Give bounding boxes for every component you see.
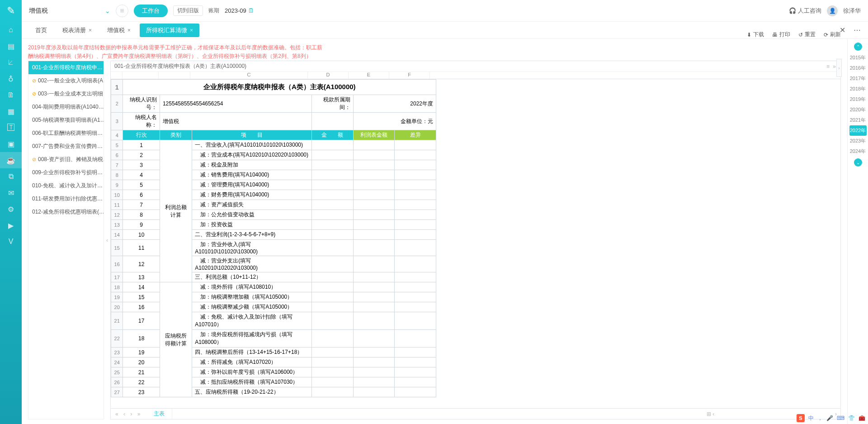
pl-amount-cell[interactable]	[353, 240, 395, 256]
print-button[interactable]: 🖶 打印	[772, 31, 790, 38]
amount-cell[interactable]	[312, 190, 354, 200]
ime-mic-icon[interactable]: 🎤	[826, 415, 833, 421]
diff-cell[interactable]	[395, 357, 436, 367]
year-2018年[interactable]: 2018年	[849, 84, 867, 94]
pl-amount-cell[interactable]	[353, 190, 395, 200]
nav-calendar-icon[interactable]: ▣	[0, 136, 22, 152]
year-2017年[interactable]: 2017年	[849, 73, 867, 84]
amount-cell[interactable]	[312, 348, 354, 357]
pl-amount-cell[interactable]	[353, 302, 395, 312]
diff-cell[interactable]	[395, 200, 436, 210]
nav-home-icon[interactable]: ⌂	[0, 22, 22, 38]
diff-cell[interactable]	[395, 387, 436, 397]
nav-v-icon[interactable]: V	[0, 233, 22, 250]
diff-cell[interactable]	[395, 220, 436, 230]
amount-cell[interactable]	[312, 377, 354, 387]
ime-punct-icon[interactable]: ，	[817, 414, 823, 422]
diff-cell[interactable]	[395, 330, 436, 348]
form-item[interactable]: 006-职工薪酬纳税调整明细…	[28, 127, 104, 140]
nav-ledger-icon[interactable]: ▤	[0, 38, 22, 54]
switch-old-version[interactable]: 切到旧版	[173, 5, 203, 16]
collapse-forms-handle[interactable]: ‹	[104, 61, 110, 419]
year-2023年[interactable]: 2023年	[849, 136, 867, 146]
pl-amount-cell[interactable]	[353, 348, 395, 357]
diff-cell[interactable]	[395, 230, 436, 240]
workbench-button[interactable]: 工作台	[134, 5, 168, 17]
pl-amount-cell[interactable]	[353, 377, 395, 387]
pl-amount-cell[interactable]	[353, 150, 395, 160]
tab-税表清册[interactable]: 税表清册×	[56, 24, 98, 37]
form-item[interactable]: 010-免税、减计收入及加计…	[28, 179, 104, 192]
close-icon[interactable]: ×	[127, 27, 131, 33]
amount-cell[interactable]	[312, 302, 354, 312]
pl-amount-cell[interactable]	[353, 387, 395, 397]
amount-cell[interactable]	[312, 367, 354, 377]
amount-cell[interactable]	[312, 256, 354, 272]
pl-amount-cell[interactable]	[353, 282, 395, 292]
amount-cell[interactable]	[312, 230, 354, 240]
pl-amount-cell[interactable]	[353, 312, 395, 330]
pl-amount-cell[interactable]	[353, 357, 395, 367]
nav-grid-icon[interactable]: ▦	[0, 103, 22, 119]
diff-cell[interactable]	[395, 348, 436, 357]
nav-archive-icon[interactable]: ⧉	[0, 168, 22, 185]
pl-amount-cell[interactable]	[353, 272, 395, 282]
diff-cell[interactable]	[395, 190, 436, 200]
pl-amount-cell[interactable]	[353, 367, 395, 377]
amount-cell[interactable]	[312, 170, 354, 180]
tab-增值税[interactable]: 增值税×	[101, 24, 137, 37]
pl-amount-cell[interactable]	[353, 220, 395, 230]
ime-skin-icon[interactable]: 👕	[848, 415, 855, 421]
sheet-nav-arrows[interactable]: « ‹ › »	[111, 411, 146, 417]
list-button[interactable]: ≡	[116, 5, 128, 17]
diff-cell[interactable]	[395, 272, 436, 282]
close-icon[interactable]: ×	[190, 27, 193, 33]
pl-amount-cell[interactable]	[353, 256, 395, 272]
reset-button[interactable]: ↺ 重置	[798, 31, 816, 38]
form-item[interactable]: 005-纳税调整项目明细表(A1…	[28, 114, 104, 127]
diff-cell[interactable]	[395, 240, 436, 256]
expand-right-handle[interactable]: ›	[836, 59, 842, 77]
nav-report-icon[interactable]: ⟀	[0, 54, 22, 71]
amount-cell[interactable]	[312, 180, 354, 190]
diff-cell[interactable]	[395, 210, 436, 220]
ime-toolbox-icon[interactable]: 🧰	[859, 415, 865, 421]
amount-cell[interactable]	[312, 387, 354, 397]
year-2016年[interactable]: 2016年	[849, 63, 867, 73]
diff-cell[interactable]	[395, 140, 436, 150]
year-2024年[interactable]: 2024年	[849, 146, 867, 157]
year-scroll-up[interactable]: ⌃	[854, 43, 862, 51]
nav-video-icon[interactable]: ▶	[0, 217, 22, 233]
sheet-menu-icon[interactable]: ≡ »	[826, 63, 837, 70]
amount-cell[interactable]	[312, 220, 354, 230]
sheet-tab-main[interactable]: 主表	[146, 409, 172, 419]
form-item[interactable]: 002-一般企业收入明细表(A1…	[28, 74, 104, 87]
amount-cell[interactable]	[312, 210, 354, 220]
amount-cell[interactable]	[312, 312, 354, 330]
tab-首页[interactable]: 首页	[29, 24, 53, 37]
amount-cell[interactable]	[312, 292, 354, 302]
amount-cell[interactable]	[312, 200, 354, 210]
diff-cell[interactable]	[395, 160, 436, 170]
diff-cell[interactable]	[395, 302, 436, 312]
amount-cell[interactable]	[312, 240, 354, 256]
amount-cell[interactable]	[312, 330, 354, 348]
pl-amount-cell[interactable]	[353, 160, 395, 170]
nav-funds-icon[interactable]: ♁	[0, 71, 22, 87]
amount-cell[interactable]	[312, 282, 354, 292]
ime-logo[interactable]: S	[797, 414, 805, 422]
nav-template-icon[interactable]: 🅃	[0, 119, 22, 136]
form-item[interactable]: 001-企业所得税年度纳税申…	[28, 61, 104, 74]
diff-cell[interactable]	[395, 180, 436, 190]
diff-cell[interactable]	[395, 292, 436, 302]
pl-amount-cell[interactable]	[353, 170, 395, 180]
refresh-button[interactable]: ⟳ 刷新	[824, 31, 841, 38]
nav-tax-icon[interactable]: ☕	[0, 152, 22, 168]
year-scroll-down[interactable]: ⌄	[854, 158, 862, 167]
diff-cell[interactable]	[395, 282, 436, 292]
nav-settings-icon[interactable]: ⚙	[0, 201, 22, 217]
user-avatar[interactable]: 👤	[827, 5, 838, 16]
year-2019年[interactable]: 2019年	[849, 94, 867, 105]
form-item[interactable]: 008-资产折旧、摊销及纳税…	[28, 153, 104, 166]
diff-cell[interactable]	[395, 256, 436, 272]
